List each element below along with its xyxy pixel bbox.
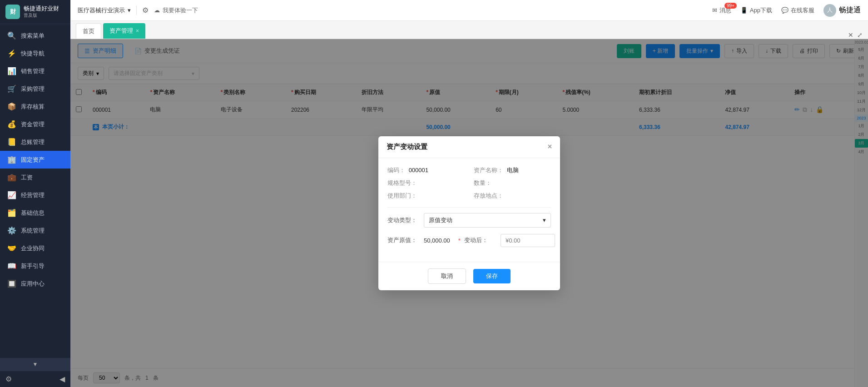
nav-icon-apps: 🔲 — [7, 279, 16, 288]
tab-home[interactable]: 首页 — [76, 23, 101, 39]
modal-spec-item: 规格型号： — [387, 179, 465, 187]
company-dropdown-icon: ▾ — [128, 7, 131, 14]
settings-icon[interactable]: ⚙ — [5, 375, 12, 383]
required-star: * — [458, 237, 461, 244]
topbar-settings-icon[interactable]: ⚙ — [142, 6, 149, 15]
modal-qty-label: 数量： — [474, 179, 491, 186]
sidebar: 财 畅捷通好业财 普及版 🔍搜索菜单⚡快捷导航📊销售管理🛒采购管理📦库存核算💰资… — [0, 0, 70, 387]
modal-overlay: 资产变动设置 × 编码： 000001 资产名称： 电脑 — [70, 39, 868, 387]
nav-icon-purchase: 🛒 — [7, 84, 16, 93]
sidebar-item-purchase[interactable]: 🛒采购管理 — [0, 80, 70, 98]
nav-label-search: 搜索菜单 — [21, 32, 45, 40]
modal-location-label: 存放地点： — [474, 192, 503, 199]
tab-window-controls: ✕ ⤢ — [848, 31, 863, 39]
cancel-button[interactable]: 取消 — [428, 268, 466, 284]
logo-sub: 普及版 — [24, 12, 59, 19]
topbar-divider — [136, 6, 137, 15]
message-icon: ✉ — [712, 7, 717, 14]
nav-label-ops: 经营管理 — [21, 191, 45, 199]
sidebar-item-search[interactable]: 🔍搜索菜单 — [0, 27, 70, 45]
nav-icon-guide: 📖 — [7, 262, 16, 270]
logo-icon: 财 — [5, 5, 20, 19]
window-close-icon[interactable]: ✕ — [848, 31, 853, 39]
nav-icon-base: 🗂️ — [7, 208, 16, 217]
tab-assets-close-icon[interactable]: × — [136, 28, 139, 34]
nav-label-purchase: 采购管理 — [21, 85, 45, 93]
experience-text: 我要体验一下 — [163, 6, 198, 15]
nav-label-fixed: 固定资产 — [21, 156, 45, 164]
modal-spec-label: 规格型号： — [387, 179, 417, 186]
modal-footer: 取消 保存 — [378, 262, 560, 290]
message-badge: 99+ — [724, 3, 737, 9]
nav-label-quicknav: 快捷导航 — [21, 50, 45, 58]
nav-label-sys: 系统管理 — [21, 227, 45, 235]
modal-name-value: 电脑 — [507, 167, 519, 174]
modal-change-type-field: 变动类型： 原值变动 ▾ — [387, 213, 551, 228]
sidebar-item-ops[interactable]: 📈经营管理 — [0, 186, 70, 204]
modal-title: 资产变动设置 — [387, 143, 427, 151]
modal-after-label: 变动后： — [464, 236, 501, 244]
nav-label-salary: 工资 — [21, 174, 33, 182]
sidebar-item-capital[interactable]: 💰资金管理 — [0, 115, 70, 133]
company-name: 医疗器械行业演示 — [78, 6, 125, 15]
save-button[interactable]: 保存 — [473, 269, 511, 283]
topbar-app-download[interactable]: 📱 App下载 — [740, 6, 772, 15]
modal-asset-value-field: 资产原值： 50,000.00 * 变动后： — [387, 234, 551, 247]
topbar-experience[interactable]: ☁ 我要体验一下 — [154, 6, 198, 15]
sidebar-item-fixed[interactable]: 🏢固定资产 — [0, 151, 70, 169]
nav-icon-collab: 🤝 — [7, 244, 16, 253]
nav-label-sales: 销售管理 — [21, 67, 45, 75]
tabbar: 首页 资产管理 × ✕ ⤢ — [70, 21, 868, 39]
tab-assets[interactable]: 资产管理 × — [103, 23, 145, 39]
modal-location-item: 存放地点： — [474, 192, 551, 200]
modal-change-type-value: 原值变动 — [429, 216, 452, 224]
topbar-service[interactable]: 💬 在线客服 — [781, 6, 814, 15]
sidebar-item-quicknav[interactable]: ⚡快捷导航 — [0, 45, 70, 62]
nav-label-collab: 企业协同 — [21, 244, 45, 253]
modal-dept-item: 使用部门： — [387, 192, 465, 200]
modal-after-input[interactable] — [501, 234, 555, 247]
topbar-user[interactable]: 人 畅捷通 — [823, 4, 861, 17]
modal-qty-item: 数量： — [474, 179, 551, 187]
modal-body: 编码： 000001 资产名称： 电脑 规格型号： 数量： — [378, 158, 560, 262]
topbar-messages[interactable]: ✉ 消息 99+ — [712, 6, 731, 15]
modal-asset-value-display: 50,000.00 — [424, 234, 455, 247]
nav-icon-search: 🔍 — [7, 31, 16, 40]
nav-label-capital: 资金管理 — [21, 120, 45, 129]
sidebar-item-apps[interactable]: 🔲应用中心 — [0, 275, 70, 293]
nav-label-inventory: 库存核算 — [21, 103, 45, 111]
sidebar-item-ledger[interactable]: 📒总账管理 — [0, 133, 70, 151]
sidebar-scroll-down[interactable]: ▼ — [0, 358, 70, 371]
nav-icon-fixed: 🏢 — [7, 155, 16, 164]
sidebar-item-base[interactable]: 🗂️基础信息 — [0, 204, 70, 222]
window-expand-icon[interactable]: ⤢ — [857, 31, 863, 39]
modal-dept-label: 使用部门： — [387, 192, 417, 199]
nav-label-ledger: 总账管理 — [21, 138, 45, 146]
modal-change-type-dropdown-icon: ▾ — [543, 217, 546, 223]
logo-text: 畅捷通好业财 — [24, 5, 59, 13]
sidebar-item-inventory[interactable]: 📦库存核算 — [0, 98, 70, 115]
sidebar-item-sys[interactable]: ⚙️系统管理 — [0, 222, 70, 239]
content-area: ☰ 资产明细 📄 变更生成凭证 刘账 + 新增 批量操作 ▾ — [70, 39, 868, 387]
nav-icon-inventory: 📦 — [7, 102, 16, 111]
nav-icon-capital: 💰 — [7, 120, 16, 129]
main-area: 医疗器械行业演示 ▾ ⚙ ☁ 我要体验一下 ✉ 消息 99+ 📱 App下载 💬… — [70, 0, 868, 387]
modal-code-item: 编码： 000001 — [387, 166, 465, 174]
company-selector[interactable]: 医疗器械行业演示 ▾ — [78, 6, 131, 15]
modal-header: 资产变动设置 × — [378, 136, 560, 158]
tab-assets-label: 资产管理 — [109, 27, 133, 35]
sidebar-item-collab[interactable]: 🤝企业协同 — [0, 239, 70, 257]
modal-close-icon[interactable]: × — [548, 143, 552, 151]
sidebar-item-guide[interactable]: 📖新手引导 — [0, 257, 70, 275]
modal-code-value: 000001 — [409, 167, 428, 174]
modal-divider — [387, 207, 551, 208]
topbar-right: ✉ 消息 99+ 📱 App下载 💬 在线客服 人 畅捷通 — [712, 4, 861, 17]
user-name: 畅捷通 — [839, 5, 861, 15]
nav-icon-sales: 📊 — [7, 67, 16, 75]
collapse-sidebar-icon[interactable]: ◀ — [60, 375, 65, 383]
nav-icon-salary: 💼 — [7, 173, 16, 182]
modal-change-type-select[interactable]: 原值变动 ▾ — [424, 213, 551, 228]
sidebar-item-sales[interactable]: 📊销售管理 — [0, 62, 70, 80]
sidebar-item-salary[interactable]: 💼工资 — [0, 169, 70, 186]
nav-label-base: 基础信息 — [21, 209, 45, 217]
